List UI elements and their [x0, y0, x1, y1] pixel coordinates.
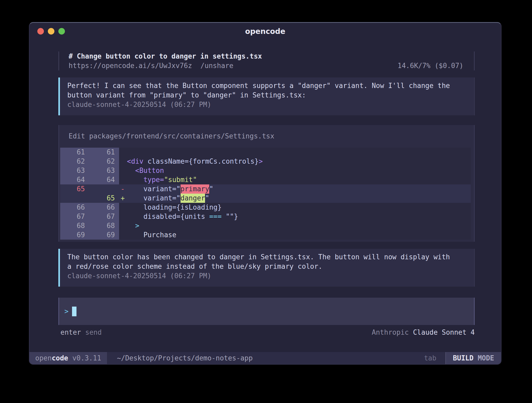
new-line-number — [85, 184, 115, 194]
diff-marker — [119, 203, 127, 212]
new-line-number: 63 — [85, 166, 115, 175]
old-line-number: 68 — [60, 221, 85, 230]
provider-label: Anthropic — [372, 328, 409, 336]
diff-gutter: 6161 — [60, 148, 119, 157]
diff-code-line: <div className={formCs.controls}> — [127, 157, 471, 166]
diff-row: 6666 loading={isLoading} — [60, 203, 471, 212]
assistant-message: Perfect! I can see that the Button compo… — [58, 78, 475, 115]
app-name-code: code — [52, 354, 68, 362]
text-cursor — [72, 307, 76, 316]
diff-marker — [119, 148, 127, 157]
unshare-command: /unshare — [201, 62, 233, 70]
message-line: Perfect! I can see that the Button compo… — [67, 81, 466, 90]
mode-name: BUILD — [453, 354, 473, 362]
new-line-number: 66 — [85, 203, 115, 212]
diff-gutter: 65 — [60, 184, 119, 194]
diff-gutter: 6969 — [60, 230, 119, 240]
diff-code-line — [127, 148, 471, 157]
message-meta: claude-sonnet-4-20250514 (06:27 PM) — [67, 100, 466, 109]
working-directory: ~/Desktop/Projects/demo-notes-app — [117, 352, 253, 364]
diff-code-line: <Button — [127, 166, 471, 175]
diff-code-line: disabled={units === ""} — [127, 212, 471, 221]
diff-marker — [119, 230, 127, 240]
new-line-number: 67 — [85, 212, 115, 221]
diff-marker — [119, 175, 127, 184]
model-label: Claude Sonnet 4 — [413, 328, 475, 336]
old-line-number: 66 — [60, 203, 85, 212]
diff-code-line: > — [127, 221, 471, 230]
diff-marker — [119, 166, 127, 175]
new-line-number: 68 — [85, 221, 115, 230]
diff-row: 65+ variant="danger" — [60, 194, 471, 203]
session-header: # Change button color to danger in setti… — [58, 51, 475, 70]
share-url[interactable]: https://opencode.ai/s/UwJxv76z — [69, 62, 192, 70]
status-bar-right: tab BUILDMODE — [424, 352, 501, 364]
diff-code-line: loading={isLoading} — [127, 203, 471, 212]
diff-row: 65- variant="primary" — [60, 184, 471, 194]
diff-row: 6868 > — [60, 221, 471, 230]
new-line-number: 65 — [85, 194, 115, 203]
diff-gutter: 6666 — [60, 203, 119, 212]
diff-gutter: 6464 — [60, 175, 119, 184]
message-line: The button color has been changed to dan… — [67, 252, 466, 262]
app-version-badge: opencodev0.3.11 — [29, 352, 107, 364]
diff-code-line: type="submit" — [127, 175, 471, 184]
tab-key-hint: tab — [424, 352, 436, 364]
prompt-symbol: > — [64, 307, 69, 316]
new-line-number: 69 — [85, 230, 115, 240]
diff-gutter: 6262 — [60, 157, 119, 166]
new-line-number: 62 — [85, 157, 115, 166]
opencode-window: opencode # Change button color to danger… — [29, 22, 502, 365]
message-line: button variant from "primary" to "danger… — [67, 90, 466, 100]
old-line-number: 64 — [60, 175, 85, 184]
new-line-number: 61 — [85, 148, 115, 157]
old-line-number: 61 — [60, 148, 85, 157]
new-line-number: 64 — [85, 175, 115, 184]
edit-tool-title: Edit packages/frontend/src/containers/Se… — [59, 131, 474, 141]
window-title: opencode — [29, 27, 501, 36]
message-line: a red/rose color scheme instead of the b… — [67, 262, 466, 271]
session-view: # Change button color to danger in setti… — [29, 51, 501, 337]
diff-gutter: 65 — [60, 194, 119, 203]
diff-marker — [119, 221, 127, 230]
share-row: https://opencode.ai/s/UwJxv76z/unshare — [69, 61, 233, 70]
diff-row: 6363 <Button — [60, 166, 471, 175]
old-line-number: 62 — [60, 157, 85, 166]
old-line-number: 67 — [60, 212, 85, 221]
status-bar: opencodev0.3.11 ~/Desktop/Projects/demo-… — [29, 352, 501, 364]
diff-gutter: 6767 — [60, 212, 119, 221]
diff-gutter: 6868 — [60, 221, 119, 230]
diff-row: 6969 Purchase — [60, 230, 471, 240]
old-line-number: 65 — [60, 184, 85, 194]
mode-suffix: MODE — [478, 354, 494, 362]
diff-marker: - — [119, 184, 127, 194]
old-line-number: 63 — [60, 166, 85, 175]
diff-marker: + — [119, 194, 127, 203]
mode-badge[interactable]: BUILDMODE — [445, 352, 501, 364]
session-subheader: https://opencode.ai/s/UwJxv76z/unshare 1… — [69, 61, 463, 70]
prompt-input[interactable]: > — [58, 298, 475, 325]
titlebar: opencode — [29, 23, 501, 40]
message-meta: claude-sonnet-4-20250514 (06:27 PM) — [67, 271, 466, 281]
hint-row: entersend AnthropicClaude Sonnet 4 — [58, 328, 475, 337]
send-hint: entersend — [60, 328, 102, 337]
diff-code-line: Purchase — [127, 230, 471, 240]
diff-row: 6161 — [60, 148, 471, 157]
diff-row: 6464 type="submit" — [60, 175, 471, 184]
context-stats: 14.6K/7% ($0.07) — [398, 61, 463, 70]
diff-row: 6262<div className={formCs.controls}> — [60, 157, 471, 166]
session-title: # Change button color to danger in setti… — [69, 51, 463, 61]
old-line-number: 69 — [60, 230, 85, 240]
old-line-number — [60, 194, 85, 203]
assistant-message: The button color has been changed to dan… — [58, 249, 475, 287]
diff-marker — [119, 157, 127, 166]
edit-tool-card: Edit packages/frontend/src/containers/Se… — [58, 125, 475, 242]
diff-gutter: 6363 — [60, 166, 119, 175]
send-action-label: send — [85, 328, 102, 336]
diff-view: 61616262<div className={formCs.controls}… — [60, 148, 471, 240]
diff-code-line: variant="danger" — [127, 194, 471, 203]
diff-marker — [119, 212, 127, 221]
app-version: v0.3.11 — [72, 354, 101, 362]
diff-row: 6767 disabled={units === ""} — [60, 212, 471, 221]
model-info: AnthropicClaude Sonnet 4 — [372, 328, 475, 337]
